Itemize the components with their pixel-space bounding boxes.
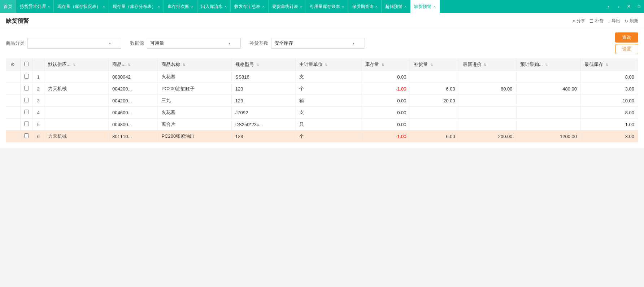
- nav-tab-5-close[interactable]: ×: [225, 4, 227, 9]
- nav-tab-8[interactable]: 可用量库存账本 ×: [306, 0, 348, 13]
- row-stock-cell: -1.00: [361, 131, 410, 142]
- nav-close-all-button[interactable]: ⊡: [634, 0, 644, 13]
- table-row: 1 0000042 火花塞 SS816 支 0.00 8.00: [6, 71, 638, 83]
- row-gear-cell: [6, 95, 20, 107]
- table-row: 2 力天机械 004200... PC200油缸缸子 123 个 -1.00 6…: [6, 83, 638, 95]
- datasource-select[interactable]: 可用量 ▾: [147, 38, 241, 49]
- row-checkbox-2[interactable]: [24, 98, 29, 102]
- row-checkbox-4[interactable]: [24, 122, 29, 126]
- nav-prev-button[interactable]: ‹: [604, 0, 614, 13]
- share-icon: ↗: [571, 19, 575, 24]
- nav-arrows: ‹ › ✕ ⊡: [604, 0, 644, 13]
- row-name-cell: 火花塞: [158, 107, 231, 119]
- share-button[interactable]: ↗ 分享: [571, 18, 585, 24]
- nav-tab-1[interactable]: 拣货异常处理 ×: [16, 0, 54, 13]
- row-stock-cell: 0.00: [361, 107, 410, 119]
- row-checkbox-5[interactable]: [24, 133, 29, 138]
- row-num-cell: 3: [32, 95, 44, 107]
- row-name-cell: 三九: [158, 95, 231, 107]
- table-header-row: ⚙ 默认供应... ⇅ 商品... ⇅ 商品名称: [6, 58, 638, 71]
- column-settings-icon[interactable]: ⚙: [10, 62, 15, 67]
- row-min-stock-cell: 3.00: [581, 83, 638, 95]
- row-checkbox-0[interactable]: [24, 74, 29, 79]
- row-min-stock-cell: 10.00: [581, 95, 638, 107]
- nav-tab-8-close[interactable]: ×: [342, 4, 344, 9]
- replenish-base-chevron-icon: ▾: [353, 41, 354, 45]
- row-spec-cell: 123: [231, 95, 295, 107]
- nav-tab-home[interactable]: 首页: [0, 0, 16, 13]
- row-checkbox-3[interactable]: [24, 110, 29, 114]
- row-checkbox-1[interactable]: [24, 86, 29, 90]
- nav-tab-11[interactable]: 缺货预警 ×: [410, 0, 439, 13]
- col-min-stock-header[interactable]: 最低库存 ⇅: [581, 58, 638, 71]
- nav-tab-2-close[interactable]: ×: [103, 4, 105, 9]
- replenish-base-select[interactable]: 安全库存 ▾: [271, 38, 365, 49]
- col-price-header[interactable]: 最新进价 ⇅: [459, 58, 516, 71]
- row-replenish-cell: 6.00: [410, 131, 459, 142]
- nav-tab-3[interactable]: 现存量（库存分布表） ×: [109, 0, 164, 13]
- table-row: 4 004600... 火花塞 J7092 支 0.00 8.00: [6, 107, 638, 119]
- nav-close-current-button[interactable]: ✕: [624, 0, 634, 13]
- export-button[interactable]: ↓ 导出: [608, 18, 620, 24]
- nav-tab-3-close[interactable]: ×: [158, 4, 160, 9]
- row-gear-cell: [6, 83, 20, 95]
- refresh-button[interactable]: ↻ 刷新: [625, 18, 638, 24]
- category-select[interactable]: ▾: [27, 38, 121, 49]
- nav-tab-6-label: 收发存汇总表: [234, 4, 260, 10]
- replenish-base-filter: 补货基数 安全库存 ▾: [249, 38, 365, 49]
- row-gear-cell: [6, 71, 20, 83]
- nav-tab-2-label: 现存量（库存状况表）: [57, 4, 101, 10]
- col-name-header[interactable]: 商品名称 ⇅: [158, 58, 231, 71]
- nav-tab-5[interactable]: 出入库流水 ×: [197, 0, 231, 13]
- col-replenish-header[interactable]: 补货量 ⇅: [410, 58, 459, 71]
- row-code-cell: 004800...: [109, 119, 158, 131]
- replenish-button[interactable]: ☰ 补货: [589, 18, 604, 24]
- category-filter: 商品分类 ▾: [6, 38, 121, 49]
- row-code-cell: 801110...: [109, 131, 158, 142]
- category-label: 商品分类: [6, 40, 25, 47]
- nav-tab-4[interactable]: 库存批次账 ×: [164, 0, 197, 13]
- nav-tab-3-label: 现存量（库存分布表）: [113, 4, 156, 10]
- nav-tab-9-close[interactable]: ×: [375, 4, 378, 9]
- row-code-cell: 004600...: [109, 107, 158, 119]
- col-stock-label: 库存量: [365, 62, 379, 67]
- datasource-chevron-icon: ▾: [229, 41, 230, 45]
- nav-tab-2[interactable]: 现存量（库存状况表） ×: [54, 0, 109, 13]
- nav-tab-9[interactable]: 保质期查询 ×: [348, 0, 382, 13]
- nav-tab-1-close[interactable]: ×: [48, 4, 50, 9]
- nav-tab-10[interactable]: 超储预警 ×: [382, 0, 410, 13]
- query-button[interactable]: 查询: [615, 32, 638, 43]
- row-replenish-cell: 20.00: [410, 95, 459, 107]
- col-spec-header[interactable]: 规格型号 ⇅: [231, 58, 295, 71]
- row-est-purchase-cell: [516, 71, 581, 83]
- table-row: 5 004800... 离合片 DS250*23c... 只 0.00 1.00: [6, 119, 638, 131]
- replenish-icon: ☰: [589, 19, 593, 24]
- nav-tab-10-close[interactable]: ×: [404, 4, 406, 9]
- row-supplier-cell: 力天机械: [44, 83, 109, 95]
- col-supplier-header[interactable]: 默认供应... ⇅: [44, 58, 109, 71]
- nav-tab-6[interactable]: 收发存汇总表 ×: [231, 0, 268, 13]
- col-stock-header[interactable]: 库存量 ⇅: [361, 58, 410, 71]
- row-unit-cell: 只: [295, 119, 361, 131]
- row-name-cell: PC200油缸缸子: [158, 83, 231, 95]
- page-title: 缺货预警: [6, 17, 29, 25]
- col-unit-header[interactable]: 主计量单位 ⇅: [295, 58, 361, 71]
- table-row: 3 004200... 三九 123 箱 0.00 20.00 10.00: [6, 95, 638, 107]
- col-price-label: 最新进价: [463, 62, 482, 67]
- nav-tab-7-label: 要货单统计表: [272, 4, 298, 10]
- nav-next-button[interactable]: ›: [614, 0, 624, 13]
- row-replenish-cell: [410, 119, 459, 131]
- nav-tab-7[interactable]: 要货单统计表 ×: [269, 0, 306, 13]
- category-chevron-icon: ▾: [109, 41, 111, 45]
- row-replenish-cell: [410, 71, 459, 83]
- col-est-purchase-header[interactable]: 预计采购... ⇅: [516, 58, 581, 71]
- nav-tab-7-close[interactable]: ×: [300, 4, 302, 9]
- select-all-checkbox[interactable]: [24, 62, 29, 66]
- row-code-cell: 0000042: [109, 71, 158, 83]
- col-code-header[interactable]: 商品... ⇅: [109, 58, 158, 71]
- nav-tab-home-label: 首页: [4, 4, 12, 10]
- nav-tab-11-close[interactable]: ×: [433, 4, 435, 9]
- nav-tab-6-close[interactable]: ×: [262, 4, 264, 9]
- settings-button[interactable]: 设置: [615, 44, 638, 54]
- nav-tab-4-close[interactable]: ×: [191, 4, 193, 9]
